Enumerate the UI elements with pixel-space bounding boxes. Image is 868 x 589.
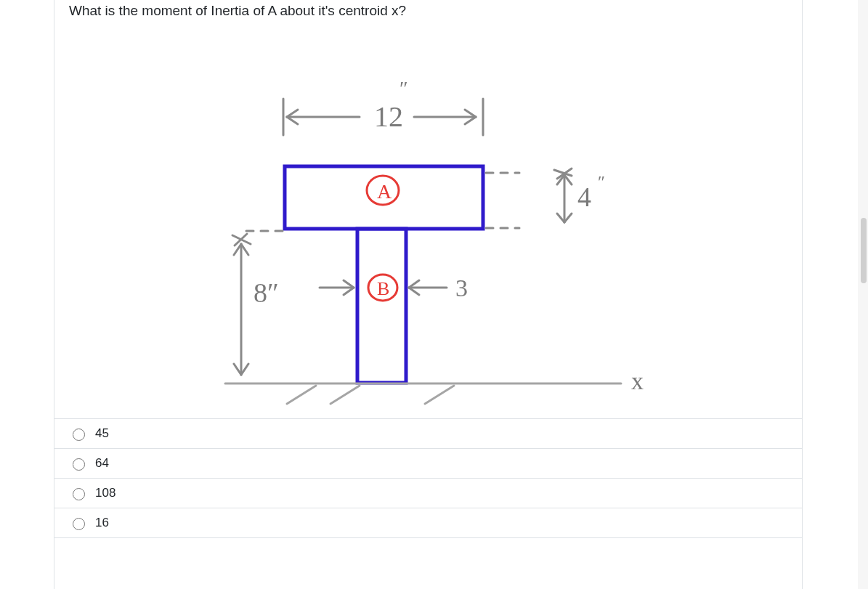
- svg-text:″: ″: [598, 172, 605, 191]
- answer-options: 45 64 108 16: [54, 418, 802, 538]
- label-A: A: [367, 176, 399, 205]
- dim-top-inch: ″: [399, 77, 408, 99]
- dim-top: 12: [374, 100, 403, 133]
- svg-text:A: A: [377, 180, 392, 203]
- svg-text:B: B: [377, 278, 389, 299]
- option-16[interactable]: 16: [54, 508, 802, 538]
- label-B: B: [368, 275, 397, 301]
- option-label: 108: [95, 486, 115, 500]
- option-label: 16: [95, 516, 109, 530]
- svg-line-23: [425, 386, 454, 404]
- svg-line-21: [287, 386, 316, 404]
- dim-right: 4: [577, 182, 591, 212]
- option-label: 45: [95, 426, 109, 441]
- radio-64[interactable]: [73, 458, 85, 471]
- option-108[interactable]: 108: [54, 479, 802, 508]
- axis-label: x: [631, 367, 644, 394]
- scrollbar-thumb[interactable]: [861, 218, 867, 283]
- radio-45[interactable]: [73, 428, 85, 441]
- option-64[interactable]: 64: [54, 449, 802, 479]
- shape-B: [357, 229, 406, 383]
- option-45[interactable]: 45: [54, 419, 802, 449]
- radio-108[interactable]: [73, 488, 85, 500]
- scrollbar-track[interactable]: [858, 0, 868, 589]
- option-label: 64: [95, 456, 109, 471]
- dim-left: 8″: [253, 277, 279, 308]
- svg-line-22: [330, 386, 360, 404]
- diagram: 12 ″ A B: [69, 26, 787, 418]
- question-text: What is the moment of Inertia of A about…: [54, 0, 802, 26]
- dim-stem: 3: [455, 275, 468, 301]
- radio-16[interactable]: [73, 518, 85, 530]
